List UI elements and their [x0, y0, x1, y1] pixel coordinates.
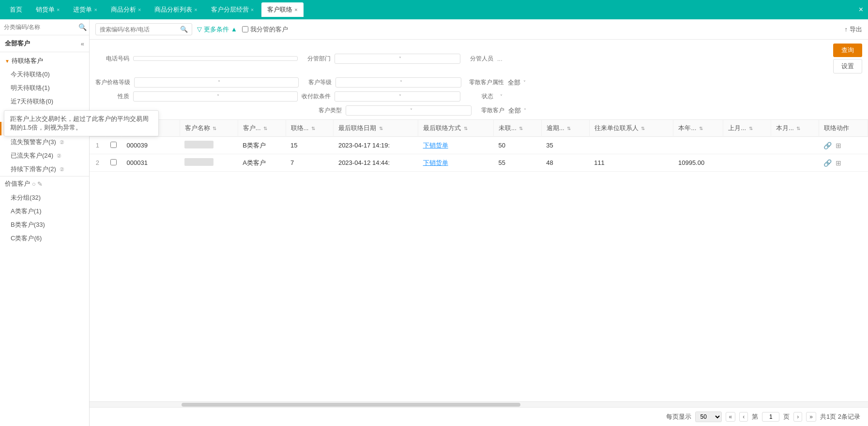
- sidebar-item-churned[interactable]: 已流失客户(24) ②: [0, 149, 89, 162]
- last-contact-type[interactable]: 下销货单: [418, 154, 494, 172]
- page-label: 页: [783, 412, 790, 421]
- last-page-button[interactable]: »: [806, 412, 816, 422]
- last-month: [723, 154, 771, 172]
- row-checkbox-cell[interactable]: [106, 137, 122, 154]
- retail-attr-select[interactable]: 全部 ˅: [508, 78, 526, 87]
- phone-input[interactable]: [133, 56, 298, 61]
- nav-tab-analysis-list[interactable]: 商品分析列表 ×: [149, 2, 203, 17]
- sidebar-item-churn-warning[interactable]: 流失预警客户(3) ②: [0, 135, 89, 149]
- this-month: [771, 137, 819, 154]
- nav-tab-home[interactable]: 首页: [4, 2, 28, 17]
- set-button[interactable]: 设置: [833, 59, 862, 73]
- payment-select[interactable]: ˅: [335, 91, 460, 102]
- next-page-button[interactable]: ›: [793, 412, 802, 422]
- th-no-contact[interactable]: 未联... ⇅: [493, 120, 541, 137]
- link-icon[interactable]: 🔗: [823, 159, 832, 167]
- close-icon[interactable]: ×: [294, 7, 297, 13]
- sidebar-all-customers-label: 全部客户: [5, 39, 30, 48]
- nav-tab-analysis[interactable]: 商品分析 ×: [105, 2, 147, 17]
- nav-tab-customer-contact-label: 客户联络: [267, 5, 292, 14]
- th-contact-count[interactable]: 联络... ⇅: [286, 120, 334, 137]
- chevron-down-icon: ˅: [217, 94, 293, 99]
- last-contact-date: 2023-04-12 14:44:: [334, 154, 418, 172]
- price-level-select[interactable]: ˅: [134, 77, 299, 88]
- th-last-month[interactable]: 上月... ⇅: [723, 120, 771, 137]
- window-close-button[interactable]: ×: [859, 5, 863, 14]
- data-table: ⚙ 客户编码 ⇅ 客户名称 ⇅ 客户... ⇅ 联络... ⇅ 最后联络日期 ⇅…: [90, 120, 868, 172]
- nav-tab-sales[interactable]: 销货单 ×: [30, 2, 65, 17]
- sidebar-bottom-group-label: 价值客户: [5, 179, 30, 188]
- page-number-input[interactable]: [762, 412, 779, 422]
- sidebar-collapse-icon[interactable]: «: [81, 40, 84, 47]
- chevron-down-icon: ˅: [400, 80, 457, 85]
- sidebar-group-pending-label: 待联络客户: [12, 57, 43, 65]
- customer-level-select[interactable]: ˅: [335, 77, 461, 88]
- th-this-month[interactable]: 本月... ⇅: [771, 120, 819, 137]
- last-contact-type-link[interactable]: 下销货单: [423, 142, 448, 149]
- link-icon[interactable]: 🔗: [823, 142, 832, 149]
- prev-page-button[interactable]: ‹: [739, 412, 748, 422]
- nav-tab-customer-contact[interactable]: 客户联络 ×: [261, 2, 303, 17]
- last-contact-type-link[interactable]: 下销货单: [423, 159, 448, 166]
- row-checkbox-cell[interactable]: [106, 154, 122, 172]
- close-icon[interactable]: ×: [194, 7, 197, 13]
- my-customers-label: 我分管的客户: [250, 25, 288, 34]
- last-contact-type[interactable]: 下销货单: [418, 137, 494, 154]
- th-last-contact-date[interactable]: 最后联络日期 ⇅: [334, 120, 418, 137]
- tooltip-text: 距客户上次交易时长，超过了此客户的平均交易周期的1.5倍，则视为异常。: [90, 115, 149, 131]
- th-this-year[interactable]: 本年... ⇅: [673, 120, 723, 137]
- dept-select[interactable]: ˅: [335, 54, 460, 64]
- more-filters-button[interactable]: ▽ 更多条件 ▲: [197, 25, 237, 34]
- nav-tab-customer-seg[interactable]: 客户分层经营 ×: [205, 2, 259, 17]
- scrollbar-thumb[interactable]: [182, 403, 520, 407]
- sidebar-item-ungroup[interactable]: 未分组(32): [0, 191, 89, 205]
- row-checkbox[interactable]: [110, 159, 117, 165]
- person-label: 分管人员: [464, 55, 493, 63]
- nav-tab-purchase[interactable]: 进货单 ×: [67, 2, 103, 17]
- grid-icon[interactable]: ⊞: [836, 142, 841, 149]
- per-page-select[interactable]: 50 100 200: [695, 411, 722, 422]
- sidebar-item-tomorrow[interactable]: 明天待联络(1): [0, 81, 89, 95]
- question-mark-icon: ②: [57, 153, 61, 159]
- customer-type-select[interactable]: ˅: [346, 105, 472, 116]
- close-icon[interactable]: ×: [57, 7, 60, 13]
- contact-count: 7: [286, 154, 334, 172]
- action-cell: 🔗 ⊞: [819, 154, 868, 172]
- edit-icon[interactable]: ○ ✎: [32, 180, 43, 188]
- this-year: 10995.00: [673, 154, 723, 172]
- query-button[interactable]: 查询: [833, 44, 862, 57]
- th-contact-person[interactable]: 往来单位联系人 ⇅: [589, 120, 673, 137]
- export-button[interactable]: ↑ 导出: [845, 25, 863, 34]
- th-overdue[interactable]: 逾期... ⇅: [541, 120, 589, 137]
- sidebar-item-c-class[interactable]: C类客户(6): [0, 232, 89, 245]
- horizontal-scrollbar[interactable]: [90, 401, 868, 407]
- sidebar-search-input[interactable]: [4, 24, 76, 30]
- th-last-contact-type[interactable]: 最后联络方式 ⇅: [418, 120, 494, 137]
- filter-row-4: ... 客户类型 ˅ 零散客户 全部 ˅: [95, 105, 862, 116]
- sidebar-item-a-class[interactable]: A类客户(1): [0, 205, 89, 218]
- sidebar-item-b-class[interactable]: B类客户(33): [0, 218, 89, 232]
- sidebar-item-today[interactable]: 今天待联络(0): [0, 68, 89, 81]
- table-row: 1 000039 B类客户 15 2023-04-17 14:19: 下销货单 …: [90, 137, 868, 154]
- ellipsis-btn[interactable]: ...: [497, 55, 503, 62]
- my-customers-checkbox-wrap[interactable]: 我分管的客户: [242, 25, 288, 34]
- search-input[interactable]: [100, 26, 177, 33]
- th-name[interactable]: 客户名称 ⇅: [180, 120, 238, 137]
- th-level[interactable]: 客户... ⇅: [238, 120, 286, 137]
- close-icon[interactable]: ×: [138, 7, 141, 13]
- status-select[interactable]: ˅: [497, 94, 503, 99]
- row-checkbox[interactable]: [110, 142, 117, 148]
- sidebar-item-7days[interactable]: 近7天待联络(0): [0, 95, 89, 108]
- sidebar-item-declining[interactable]: 持续下滑客户(2) ②: [0, 162, 89, 176]
- gender-select[interactable]: ˅: [133, 91, 298, 102]
- close-icon[interactable]: ×: [251, 7, 254, 13]
- action-cell: 🔗 ⊞: [819, 137, 868, 154]
- first-page-button[interactable]: «: [726, 412, 736, 422]
- grid-icon[interactable]: ⊞: [836, 159, 841, 167]
- my-customers-checkbox[interactable]: [242, 26, 248, 32]
- sidebar-group-pending[interactable]: ▼ 待联络客户: [0, 54, 89, 68]
- close-icon[interactable]: ×: [94, 7, 97, 13]
- retail-attr-value: 全部: [508, 78, 520, 87]
- filter-area: 电话号码 分管部门 ˅ 分管人员 ... 查询 设置 客户价格等: [90, 40, 868, 120]
- retail-select[interactable]: 全部 ˅: [508, 106, 526, 115]
